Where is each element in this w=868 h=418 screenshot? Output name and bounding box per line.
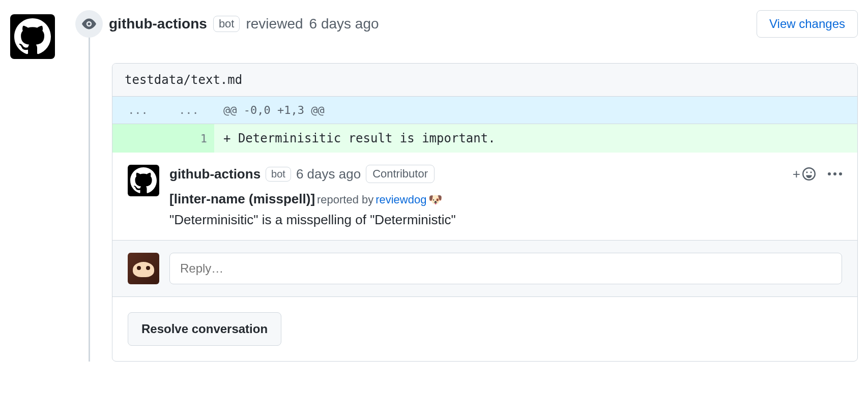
pr-author-avatar[interactable] bbox=[10, 14, 55, 59]
smiley-icon bbox=[802, 167, 816, 181]
comment-body-text: "Determinisitic" is a misspelling of "De… bbox=[169, 212, 842, 228]
bot-label: bot bbox=[213, 16, 240, 32]
eye-icon bbox=[82, 17, 96, 31]
comment-content-line1: [linter-name (misspell)] reported by rev… bbox=[169, 191, 842, 207]
line-num-old bbox=[112, 124, 163, 153]
diff-hunk-row: ... ... @@ -0,0 +1,3 @@ bbox=[112, 97, 857, 124]
hunk-marker-right: ... bbox=[163, 97, 214, 124]
reported-by-text: reported by bbox=[317, 193, 373, 206]
reply-input[interactable] bbox=[169, 253, 842, 284]
github-mark-icon bbox=[14, 18, 51, 55]
review-eye-badge bbox=[75, 10, 103, 38]
add-reaction-button[interactable]: + bbox=[793, 166, 816, 182]
comment-header: github-actions bot 6 days ago Contributo… bbox=[169, 165, 842, 183]
resolve-conversation-button[interactable]: Resolve conversation bbox=[128, 312, 281, 346]
comment-author[interactable]: github-actions bbox=[169, 166, 261, 182]
current-user-avatar[interactable] bbox=[128, 253, 159, 284]
line-num-new: 1 bbox=[163, 124, 214, 153]
bot-label: bot bbox=[266, 167, 291, 182]
hunk-header: @@ -0,0 +1,3 @@ bbox=[214, 97, 857, 124]
diff-added-row: 1 + Determinisitic result is important. bbox=[112, 124, 857, 153]
dog-emoji-icon: 🐶 bbox=[428, 193, 442, 206]
hunk-marker-left: ... bbox=[112, 97, 163, 124]
review-panel: testdata/text.md ... ... @@ -0,0 +1,3 @@… bbox=[112, 63, 858, 362]
timeline-line bbox=[89, 10, 90, 362]
view-changes-button[interactable]: View changes bbox=[757, 10, 858, 38]
linter-title: [linter-name (misspell)] bbox=[169, 191, 315, 206]
review-action: reviewed bbox=[246, 16, 303, 32]
contributor-badge: Contributor bbox=[366, 165, 435, 183]
comment-author-avatar[interactable] bbox=[128, 165, 159, 196]
reply-block bbox=[112, 241, 857, 297]
review-timestamp[interactable]: 6 days ago bbox=[309, 16, 379, 32]
plus-sign: + bbox=[793, 166, 800, 182]
resolve-block: Resolve conversation bbox=[112, 297, 857, 361]
diff-table: ... ... @@ -0,0 +1,3 @@ 1 + Determinisit… bbox=[112, 97, 857, 153]
review-header: github-actions bot reviewed 6 days ago V… bbox=[75, 10, 858, 38]
review-comment: github-actions bot 6 days ago Contributo… bbox=[112, 153, 857, 241]
reviewdog-link[interactable]: reviewdog bbox=[375, 193, 426, 206]
comment-timestamp[interactable]: 6 days ago bbox=[296, 166, 361, 182]
review-actor[interactable]: github-actions bbox=[109, 16, 207, 32]
github-mark-icon bbox=[130, 167, 157, 194]
diff-line-content: + Determinisitic result is important. bbox=[214, 124, 857, 153]
comment-menu-button[interactable] bbox=[828, 172, 842, 175]
file-path[interactable]: testdata/text.md bbox=[112, 64, 857, 97]
